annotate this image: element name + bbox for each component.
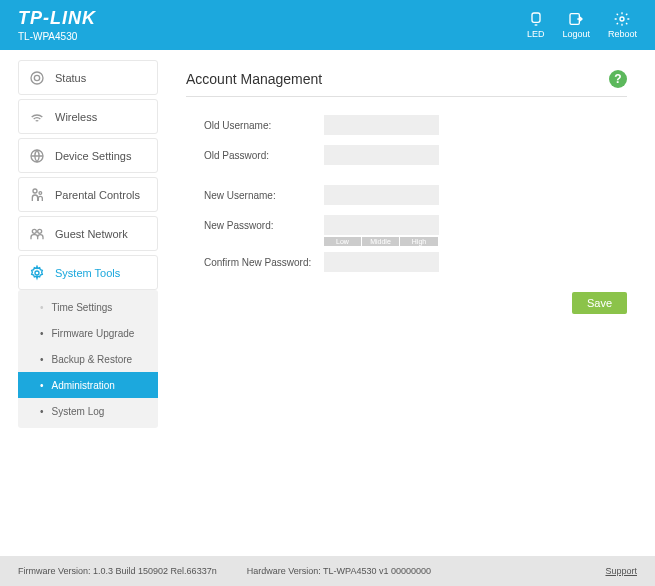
- globe-icon: [29, 148, 45, 164]
- sidebar-item-label: Wireless: [55, 111, 97, 123]
- svg-point-3: [620, 17, 624, 21]
- new-password-label: New Password:: [204, 220, 324, 231]
- footer: Firmware Version: 1.0.3 Build 150902 Rel…: [0, 556, 655, 586]
- new-username-input[interactable]: [324, 185, 439, 205]
- svg-point-8: [39, 191, 42, 194]
- logo: TP-LINK: [18, 8, 96, 29]
- main-content: Account Management ? Old Username: Old P…: [158, 50, 655, 540]
- gear-icon: [29, 265, 45, 281]
- confirm-password-input[interactable]: [324, 252, 439, 272]
- strength-low: Low: [324, 237, 362, 246]
- svg-point-9: [32, 229, 36, 233]
- subnav-administration[interactable]: Administration: [18, 372, 158, 398]
- svg-point-4: [31, 72, 43, 84]
- subnav-system-log[interactable]: System Log: [18, 398, 158, 424]
- subnav-time-settings[interactable]: Time Settings: [18, 294, 158, 320]
- account-form: Old Username: Old Password: New Username…: [186, 115, 627, 272]
- wireless-icon: [29, 109, 45, 125]
- save-button[interactable]: Save: [572, 292, 627, 314]
- header-actions: LED Logout Reboot: [527, 11, 637, 39]
- reboot-icon: [614, 11, 630, 27]
- led-label: LED: [527, 29, 545, 39]
- sidebar-item-label: System Tools: [55, 267, 120, 279]
- sidebar-item-status[interactable]: Status: [18, 60, 158, 95]
- old-username-label: Old Username:: [204, 120, 324, 131]
- logout-button[interactable]: Logout: [562, 11, 590, 39]
- firmware-version: Firmware Version: 1.0.3 Build 150902 Rel…: [18, 566, 217, 576]
- help-icon[interactable]: ?: [609, 70, 627, 88]
- sidebar-item-label: Status: [55, 72, 86, 84]
- svg-point-11: [35, 271, 39, 275]
- new-username-label: New Username:: [204, 190, 324, 201]
- old-password-label: Old Password:: [204, 150, 324, 161]
- password-strength-bar: Low Middle High: [324, 237, 627, 246]
- header-branding: TP-LINK TL-WPA4530: [18, 8, 96, 42]
- svg-point-7: [33, 189, 37, 193]
- sidebar-item-system-tools[interactable]: System Tools: [18, 255, 158, 290]
- reboot-button[interactable]: Reboot: [608, 11, 637, 39]
- model-number: TL-WPA4530: [18, 31, 96, 42]
- old-username-input[interactable]: [324, 115, 439, 135]
- strength-middle: Middle: [362, 237, 400, 246]
- sidebar-item-label: Parental Controls: [55, 189, 140, 201]
- svg-point-10: [38, 229, 42, 233]
- guest-icon: [29, 226, 45, 242]
- strength-high: High: [400, 237, 438, 246]
- app-header: TP-LINK TL-WPA4530 LED Logout Reboot: [0, 0, 655, 50]
- sidebar-item-wireless[interactable]: Wireless: [18, 99, 158, 134]
- svg-rect-0: [532, 13, 540, 22]
- reboot-label: Reboot: [608, 29, 637, 39]
- sidebar: Status Wireless Device Settings Parental…: [0, 50, 158, 540]
- subnav-firmware-upgrade[interactable]: Firmware Upgrade: [18, 320, 158, 346]
- led-button[interactable]: LED: [527, 11, 545, 39]
- new-password-input[interactable]: [324, 215, 439, 235]
- logout-label: Logout: [562, 29, 590, 39]
- old-password-input[interactable]: [324, 145, 439, 165]
- parental-icon: [29, 187, 45, 203]
- sidebar-item-parental-controls[interactable]: Parental Controls: [18, 177, 158, 212]
- logout-icon: [568, 11, 584, 27]
- sidebar-item-device-settings[interactable]: Device Settings: [18, 138, 158, 173]
- sidebar-item-label: Guest Network: [55, 228, 128, 240]
- sidebar-item-guest-network[interactable]: Guest Network: [18, 216, 158, 251]
- page-title: Account Management: [186, 71, 322, 87]
- subnav: Time Settings Firmware Upgrade Backup & …: [18, 290, 158, 428]
- support-link[interactable]: Support: [605, 566, 637, 576]
- subnav-backup-restore[interactable]: Backup & Restore: [18, 346, 158, 372]
- status-icon: [29, 70, 45, 86]
- sidebar-item-label: Device Settings: [55, 150, 131, 162]
- led-icon: [528, 11, 544, 27]
- confirm-password-label: Confirm New Password:: [204, 257, 324, 268]
- hardware-version: Hardware Version: TL-WPA4530 v1 00000000: [247, 566, 431, 576]
- svg-point-5: [34, 75, 39, 80]
